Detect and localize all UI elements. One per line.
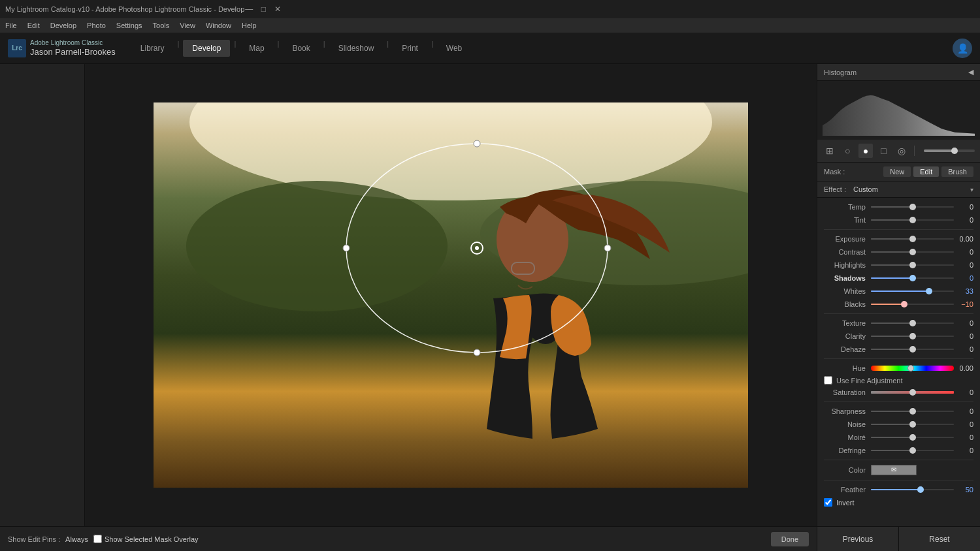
minimize-button[interactable]: — [244,5,253,14]
mask-label: Mask : [824,168,845,176]
highlights-row: Highlights 0 [817,259,980,272]
effect-label: Effect : [824,185,853,193]
tool-grid[interactable]: ⊞ [823,144,837,158]
hue-slider[interactable] [871,366,954,371]
nav-map[interactable]: Map [240,40,273,57]
moire-label: Moiré [824,433,871,441]
contrast-value: 0 [954,248,973,256]
whites-row: Whites 33 [817,285,980,298]
menu-tools[interactable]: Tools [153,22,170,29]
previous-button[interactable]: Previous [817,527,899,551]
exposure-slider[interactable] [871,238,954,240]
brand-user-text: Jason Parnell-Brookes [30,47,116,57]
blacks-slider[interactable] [871,304,954,305]
show-edit-pins-label: Show Edit Pins : [8,535,60,543]
tool-circle-empty[interactable]: ○ [841,144,855,158]
noise-value: 0 [954,420,973,428]
tool-slider[interactable] [924,150,975,152]
menu-photo[interactable]: Photo [87,22,106,29]
clarity-row: Clarity 0 [817,330,980,343]
menu-edit[interactable]: Edit [27,22,40,29]
mask-buttons: New Edit Brush [883,166,973,177]
histogram-title: Histogram [824,69,857,76]
shadows-slider[interactable] [871,277,954,279]
temp-value: 0 [954,203,973,211]
nav-web[interactable]: Web [437,40,471,57]
temp-row: Temp 0 [817,200,980,213]
menu-help[interactable]: Help [242,22,257,29]
fine-adjustment-label: Use Fine Adjustment [836,377,903,385]
menu-settings[interactable]: Settings [116,22,142,29]
tool-circle-outline[interactable]: ◎ [894,144,909,158]
menu-view[interactable]: View [180,22,195,29]
mask-new-button[interactable]: New [883,166,911,177]
show-edit-pins-value[interactable]: Always [65,535,88,543]
divider-2 [824,313,973,314]
effect-value[interactable]: Custom [853,185,970,193]
photo-container [154,102,748,488]
svg-point-2 [186,181,448,311]
sharpness-slider[interactable] [871,411,954,412]
feather-slider[interactable] [871,489,954,490]
highlights-value: 0 [954,261,973,269]
histogram-collapse-icon[interactable]: ◀ [968,68,973,76]
main-photo [154,102,748,488]
texture-slider[interactable] [871,323,954,324]
temp-label: Temp [824,203,871,211]
blacks-value: −10 [954,300,973,308]
menu-develop[interactable]: Develop [50,22,76,29]
defringe-slider[interactable] [871,450,954,451]
whites-slider[interactable] [871,291,954,292]
nav-book[interactable]: Book [283,40,319,57]
dehaze-row: Dehaze 0 [817,343,980,356]
defringe-label: Defringe [824,447,871,454]
clarity-slider[interactable] [871,336,954,337]
show-mask-overlay-checkbox[interactable] [93,535,102,543]
tint-slider[interactable] [871,219,954,221]
tool-circle-filled[interactable]: ● [858,144,873,158]
nav-library[interactable]: Library [131,40,174,57]
done-button[interactable]: Done [771,532,809,546]
image-area[interactable] [85,64,817,526]
invert-checkbox[interactable] [824,498,832,507]
highlights-label: Highlights [824,261,871,269]
contrast-slider[interactable] [871,251,954,253]
menu-bar: File Edit Develop Photo Settings Tools V… [0,18,980,33]
highlights-slider[interactable] [871,264,954,266]
close-button[interactable]: ✕ [273,5,282,14]
color-label: Color [824,466,871,474]
photo-overlay-svg [154,102,748,488]
fine-adjustment-checkbox[interactable] [824,376,832,385]
mask-edit-button[interactable]: Edit [913,166,939,177]
tool-square[interactable]: □ [877,144,891,158]
temp-slider[interactable] [871,206,954,208]
exposure-label: Exposure [824,235,871,243]
color-row: Color ✉ [817,463,980,477]
brand-area: Lrc Adobe Lightroom Classic Jason Parnel… [8,39,116,57]
saturation-slider[interactable] [871,391,954,394]
maximize-button[interactable]: □ [259,5,268,14]
divider-6 [824,480,973,480]
dehaze-slider[interactable] [871,349,954,350]
reset-button[interactable]: Reset [899,527,980,551]
noise-row: Noise 0 [817,418,980,431]
noise-slider[interactable] [871,424,954,425]
menu-window[interactable]: Window [206,22,231,29]
mask-brush-button[interactable]: Brush [941,166,973,177]
menu-file[interactable]: File [5,22,17,29]
user-avatar: 👤 [953,39,972,58]
show-mask-overlay-text: Show Selected Mask Overlay [105,535,199,543]
mask-row: Mask : New Edit Brush [817,163,980,181]
color-swatch[interactable]: ✉ [871,465,917,475]
hue-value: 0.00 [954,364,973,372]
nav-print[interactable]: Print [393,40,427,57]
brand-app-text: Adobe Lightroom Classic [30,39,116,47]
whites-label: Whites [824,287,871,295]
exposure-row: Exposure 0.00 [817,232,980,245]
show-mask-overlay-label[interactable]: Show Selected Mask Overlay [93,535,199,543]
nav-slideshow[interactable]: Slideshow [329,40,384,57]
svg-text:✉: ✉ [891,466,896,473]
nav-develop[interactable]: Develop [183,40,230,57]
effect-dropdown-icon[interactable]: ▾ [970,186,973,193]
moire-slider[interactable] [871,437,954,438]
